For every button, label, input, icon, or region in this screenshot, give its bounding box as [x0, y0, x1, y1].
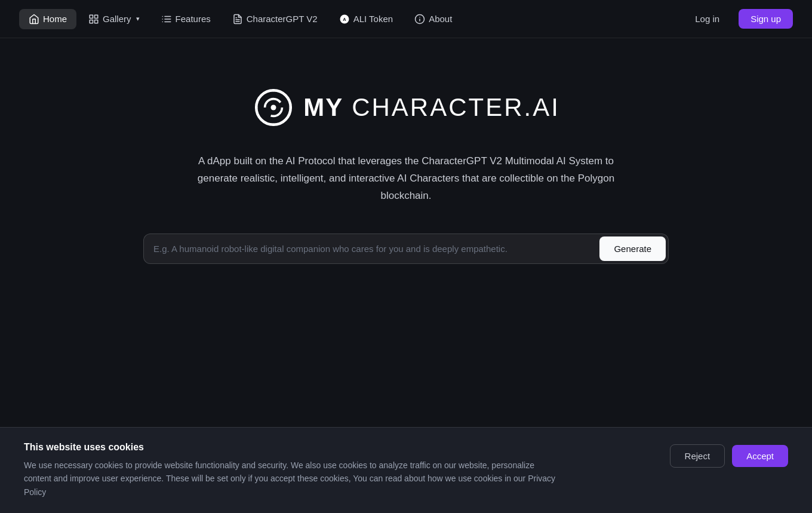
nav-item-features[interactable]: Features [152, 9, 220, 29]
nav-item-about-label: About [429, 14, 452, 24]
svg-point-18 [271, 105, 276, 110]
cookie-text: We use necessary cookies to provide webs… [24, 459, 561, 499]
features-icon [161, 14, 172, 24]
search-container: Generate [143, 234, 669, 264]
svg-rect-3 [90, 20, 93, 23]
search-input[interactable] [153, 236, 599, 261]
cookie-title: This website uses cookies [24, 442, 646, 453]
nav-item-charactergpt-label: CharacterGPT V2 [247, 14, 318, 24]
logo-my: MY [303, 93, 343, 122]
nav-right: Log in Sign up [683, 9, 793, 29]
token-icon: A [339, 14, 350, 24]
svg-rect-2 [95, 20, 98, 23]
login-button[interactable]: Log in [683, 9, 731, 29]
nav-item-gallery-label: Gallery [103, 14, 131, 24]
doc-icon [232, 14, 243, 24]
logo-text: MY CHARACTER.AI [303, 93, 560, 122]
cookie-actions: Reject Accept [670, 442, 788, 468]
chevron-down-icon: ▾ [136, 15, 140, 23]
svg-rect-1 [95, 15, 98, 18]
accept-button[interactable]: Accept [732, 445, 788, 467]
navbar: Home Gallery ▾ [0, 0, 812, 38]
nav-item-ali-token-label: ALI Token [353, 14, 393, 24]
nav-item-home-label: Home [43, 14, 67, 24]
nav-item-about[interactable]: About [405, 9, 462, 29]
nav-item-charactergpt[interactable]: CharacterGPT V2 [223, 9, 327, 29]
gallery-icon [88, 14, 99, 24]
hero-section: MY CHARACTER.AI A dApp built on the AI P… [0, 38, 812, 312]
nav-item-ali-token[interactable]: A ALI Token [330, 9, 402, 29]
signup-button[interactable]: Sign up [739, 9, 793, 29]
svg-rect-0 [90, 15, 93, 18]
nav-item-gallery[interactable]: Gallery ▾ [79, 9, 149, 29]
generate-button[interactable]: Generate [599, 236, 666, 261]
cookie-content: This website uses cookies We use necessa… [24, 442, 646, 499]
cookie-banner: This website uses cookies We use necessa… [0, 427, 812, 513]
home-icon [29, 14, 39, 24]
info-icon [414, 14, 425, 24]
nav-item-home[interactable]: Home [19, 9, 76, 29]
logo-character: CHARACTER.AI [352, 93, 560, 122]
nav-left: Home Gallery ▾ [19, 9, 462, 29]
logo-container: MY CHARACTER.AI [252, 86, 560, 129]
hero-description: A dApp built on the AI Protocol that lev… [185, 153, 627, 205]
svg-text:A: A [343, 17, 346, 22]
reject-button[interactable]: Reject [670, 444, 725, 468]
nav-item-features-label: Features [176, 14, 211, 24]
logo-icon [252, 86, 295, 129]
